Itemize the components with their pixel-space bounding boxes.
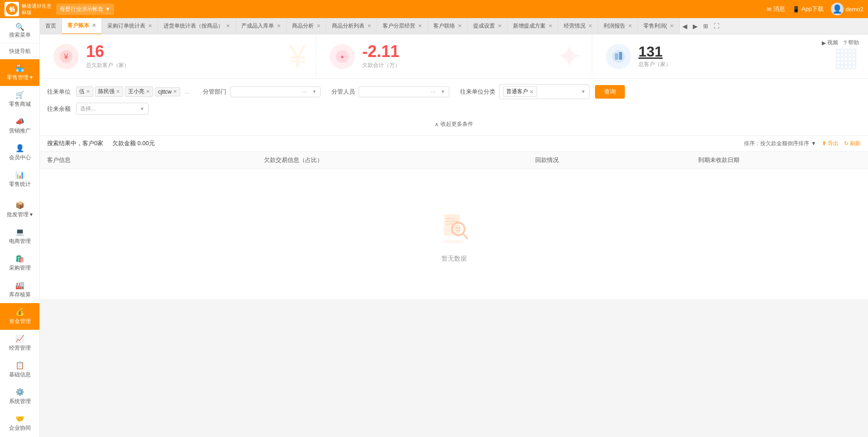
- tag-close-wu[interactable]: ✕: [86, 89, 90, 95]
- tab-close-purchase-order[interactable]: ✕: [148, 23, 152, 29]
- tab-close-profit-report[interactable]: ✕: [628, 23, 632, 29]
- sidebar-item-ecommerce-mgmt[interactable]: 💻 电商管理: [0, 223, 39, 250]
- sidebar-search[interactable]: 🔍 搜索菜单: [0, 18, 39, 44]
- tab-fullscreen[interactable]: ⛶: [711, 18, 722, 34]
- tab-close-customer-segment[interactable]: ✕: [418, 23, 422, 29]
- tab-product-analysis[interactable]: 商品分析 ✕: [287, 18, 326, 34]
- sidebar-item-label: 经营管理: [9, 344, 31, 352]
- tab-add-improve[interactable]: 新增提成方案 ✕: [508, 18, 558, 34]
- tab-close-product-analysis[interactable]: ✕: [317, 23, 321, 29]
- tab-profit-report[interactable]: 利润报告 ✕: [598, 18, 638, 34]
- sidebar-item-system-mgmt[interactable]: ⚙️ 系统管理: [0, 383, 39, 410]
- help-link[interactable]: ? 帮助: [844, 39, 859, 47]
- tab-close-add-improve[interactable]: ✕: [548, 23, 552, 29]
- play-icon: ▶: [822, 40, 826, 46]
- export-icon: ⬆: [822, 140, 826, 147]
- company-tag-cjttcw: cjttcw ✕: [155, 87, 180, 96]
- sort-label: 排序：按欠款金额倒序排序: [744, 140, 809, 147]
- refresh-button[interactable]: ↻ 刷新: [844, 140, 861, 147]
- sidebar-item-label: 批发管理 ▾: [7, 211, 33, 218]
- tab-nav-left[interactable]: ◀: [680, 18, 690, 34]
- stats-bar: ¥ 16 总欠款客户（家） ¥ ✦: [40, 34, 868, 79]
- balance-select[interactable]: 选择... ▼: [76, 103, 149, 115]
- table-wrapper: 客户信息 欠款交易信息（占比） 回款情况 到期未收款日期: [40, 152, 868, 299]
- page-content: ¥ 16 总欠款客户（家） ¥ ✦: [40, 34, 868, 437]
- tab-retail-profit[interactable]: 零售利润( ✕: [638, 18, 680, 34]
- sidebar-quick-nav[interactable]: 快捷导航: [0, 44, 39, 59]
- svg-rect-11: [446, 218, 455, 219]
- dept-select[interactable]: ··· ▼: [230, 86, 321, 97]
- tag-close-wang[interactable]: ✕: [146, 89, 150, 95]
- sidebar-item-wholesale-mgmt[interactable]: 📦 批发管理 ▾: [0, 196, 39, 223]
- tab-expand[interactable]: ⊞: [700, 18, 711, 34]
- search-menu-label: 搜索菜单: [4, 31, 36, 39]
- query-button[interactable]: 查询: [595, 85, 625, 99]
- tab-purchase-stats[interactable]: 进货单统计表（按商品） ✕: [158, 18, 236, 34]
- video-link[interactable]: ▶ 视频: [822, 39, 838, 47]
- sidebar-item-finance-mgmt[interactable]: 💰 资金管理: [0, 303, 39, 330]
- help-icon: ?: [844, 40, 847, 46]
- stat-bg-icon-2: ✦: [556, 38, 583, 75]
- sidebar-item-retail-mall[interactable]: 🛒 零售商城: [0, 86, 39, 113]
- search-result-bar: 搜索结果中，客户0家 欠款金额 0.00元 排序：按欠款金额倒序排序 ▼ ⬆ 导…: [40, 136, 868, 152]
- message-icon: ✉: [767, 6, 772, 13]
- tab-close-customer-book[interactable]: ✕: [92, 23, 96, 28]
- svg-rect-13: [446, 223, 453, 225]
- system-mgmt-icon: ⚙️: [15, 388, 24, 396]
- tab-home[interactable]: 首页: [40, 18, 62, 34]
- user-avatar-area[interactable]: 👤 demo2: [831, 3, 863, 15]
- retail-mgmt-icon: 🏪: [15, 64, 24, 72]
- sidebar-item-enterprise-coop[interactable]: 🤝 企业协同: [0, 410, 39, 437]
- filter-area: 往来单位 伍 ✕ 陈民强 ✕ 王小亮 ✕: [40, 79, 868, 136]
- tab-close-customer-contact[interactable]: ✕: [458, 23, 462, 29]
- tab-close-improve-settings[interactable]: ✕: [498, 23, 502, 29]
- sidebar-item-retail-mgmt[interactable]: 🏪 零售管理 ▾: [0, 59, 39, 86]
- tab-customer-book[interactable]: 客户账本 ✕: [62, 18, 102, 34]
- stat-customers2-label: 总客户（家）: [638, 61, 671, 68]
- person-select[interactable]: ··· ▼: [359, 86, 449, 97]
- tab-nav-right[interactable]: ▶: [690, 18, 700, 34]
- export-button[interactable]: ⬆ 导出: [822, 140, 839, 147]
- filter-more-btn[interactable]: ...: [182, 88, 192, 96]
- tab-customer-segment[interactable]: 客户分层经营 ✕: [377, 18, 428, 34]
- sidebar-item-member-center[interactable]: 👤 会员中心: [0, 139, 39, 166]
- sidebar-item-basic-info[interactable]: 📋 基础信息: [0, 356, 39, 383]
- messages-button[interactable]: ✉ 消息: [767, 5, 785, 13]
- svg-point-9: [443, 240, 465, 243]
- operation-mgmt-icon: 📈: [15, 334, 24, 343]
- app-download-button[interactable]: 📱 App下载: [792, 5, 824, 13]
- tag-close-cjttcw[interactable]: ✕: [173, 89, 177, 95]
- stat-customers-label: 总欠款客户（家）: [86, 62, 129, 69]
- dropdown-arrow-icon: ▼: [105, 6, 110, 12]
- tab-close-retail-profit[interactable]: ✕: [670, 23, 674, 29]
- sidebar-item-label: 会员中心: [9, 154, 31, 162]
- tab-close-operation-status[interactable]: ✕: [588, 23, 592, 29]
- search-result-text: 搜索结果中，客户0家: [47, 140, 103, 147]
- customer-tag-close[interactable]: ✕: [529, 89, 534, 95]
- company-type-select[interactable]: 普通客户 ✕ ▼: [499, 84, 590, 99]
- store-selector[interactable]: 母婴行业演示帐套 ▼: [56, 4, 114, 15]
- sidebar-item-label: 资金管理: [9, 318, 31, 325]
- table-header-col-2: 欠款交易信息（占比）: [264, 156, 535, 164]
- tab-purchase-order[interactable]: 采购订单统计表 ✕: [102, 18, 158, 34]
- empty-state: 暂无数据: [40, 169, 868, 299]
- tab-close-purchase-stats[interactable]: ✕: [226, 23, 230, 29]
- tab-product-entry[interactable]: 产成品入库单 ✕: [236, 18, 287, 34]
- tab-close-product-entry[interactable]: ✕: [277, 23, 281, 29]
- tag-close-chen[interactable]: ✕: [116, 89, 120, 95]
- sort-select[interactable]: 排序：按欠款金额倒序排序 ▼: [744, 140, 816, 147]
- collapse-btn[interactable]: ∧ 收起更多条件: [433, 119, 475, 130]
- sidebar-item-inventory[interactable]: 🏭 库存核算: [0, 276, 39, 303]
- retail-stats-icon: 📊: [15, 171, 24, 179]
- basic-info-icon: 📋: [15, 361, 24, 370]
- sidebar-item-retail-stats[interactable]: 📊 零售统计: [0, 166, 39, 193]
- table-header-col-1: 客户信息: [47, 156, 264, 164]
- tab-customer-contact[interactable]: 客户联络 ✕: [428, 18, 468, 34]
- sidebar-item-marketing[interactable]: 📣 营销推广: [0, 113, 39, 139]
- tab-improve-settings[interactable]: 提成设置 ✕: [468, 18, 508, 34]
- tab-product-analysis-list[interactable]: 商品分析列表 ✕: [326, 18, 377, 34]
- tab-close-product-analysis-list[interactable]: ✕: [367, 23, 371, 29]
- sidebar-item-purchase-mgmt[interactable]: 🛍️ 采购管理: [0, 250, 39, 276]
- sidebar-item-operation-mgmt[interactable]: 📈 经营管理: [0, 330, 39, 356]
- tab-operation-status[interactable]: 经营情况 ✕: [558, 18, 598, 34]
